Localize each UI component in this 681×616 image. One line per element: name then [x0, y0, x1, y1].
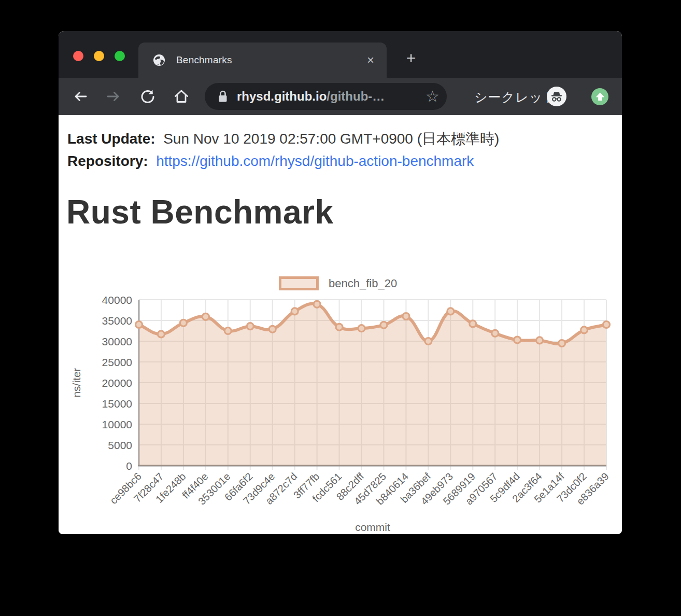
benchmark-line-chart: 0500010000150002000025000300003500040000…: [59, 286, 622, 534]
url-domain: rhysd.github.io: [237, 89, 327, 103]
data-point: [180, 319, 187, 326]
data-point: [492, 330, 499, 337]
data-point: [514, 337, 521, 343]
data-point: [291, 308, 298, 315]
y-axis-title: ns/iter: [70, 368, 82, 397]
x-axis-labels: ce98bc67f28c471fe248bff4f40e353001e66fa6…: [108, 470, 611, 507]
data-point: [536, 337, 543, 344]
data-point: [136, 321, 143, 328]
forward-arrow-icon: [106, 89, 121, 104]
incognito-mode-label: シークレット: [474, 89, 557, 106]
last-update-row: Last Update: Sun Nov 10 2019 02:57:00 GM…: [67, 128, 499, 150]
page-meta: Last Update: Sun Nov 10 2019 02:57:00 GM…: [67, 128, 499, 172]
forward-button[interactable]: [101, 83, 126, 109]
url-path: /github-…: [327, 89, 385, 103]
page-title: Rust Benchmark: [66, 193, 334, 231]
y-tick-label: 10000: [102, 418, 132, 430]
y-tick-label: 5000: [108, 439, 132, 451]
last-update-label: Last Update:: [67, 131, 155, 147]
y-tick-label: 0: [126, 460, 132, 472]
upload-arrow-icon: [594, 91, 606, 103]
y-axis-labels: 0500010000150002000025000300003500040000: [102, 294, 132, 472]
globe-favicon-icon: [153, 54, 165, 66]
data-point: [470, 320, 476, 327]
data-point: [158, 331, 164, 338]
browser-window: Benchmarks × +: [59, 31, 622, 534]
last-update-value: Sun Nov 10 2019 02:57:00 GMT+0900 (日本標準時…: [163, 131, 499, 147]
y-tick-label: 20000: [102, 377, 132, 389]
data-point: [403, 313, 409, 320]
data-point: [224, 328, 231, 334]
traffic-lights: [73, 51, 125, 61]
new-tab-button[interactable]: +: [402, 49, 420, 68]
tab-benchmarks[interactable]: Benchmarks ×: [138, 43, 387, 78]
repository-label: Repository:: [67, 153, 148, 169]
url-bar[interactable]: rhysd.github.io/github-… ☆: [205, 83, 447, 110]
x-axis-title: commit: [355, 521, 390, 533]
zoom-window-button[interactable]: [115, 51, 125, 61]
url-text: rhysd.github.io/github-…: [237, 89, 385, 104]
reload-button[interactable]: [135, 83, 161, 109]
bookmark-star-icon[interactable]: ☆: [425, 89, 439, 104]
tab-close-icon[interactable]: ×: [367, 54, 374, 66]
data-point: [202, 313, 209, 320]
reload-icon: [139, 88, 156, 105]
data-point: [447, 308, 454, 315]
data-point: [581, 327, 588, 333]
data-point: [336, 324, 343, 330]
repository-row: Repository: https://github.com/rhysd/git…: [67, 150, 499, 172]
minimize-window-button[interactable]: [94, 51, 104, 61]
browser-toolbar: rhysd.github.io/github-… ☆ シークレット: [59, 78, 622, 116]
data-point: [269, 326, 276, 332]
incognito-badge: [547, 87, 566, 106]
y-tick-label: 35000: [102, 315, 132, 327]
data-point: [247, 323, 253, 330]
lock-icon: [216, 89, 230, 104]
y-tick-label: 40000: [102, 294, 132, 306]
data-point: [314, 301, 320, 307]
back-button[interactable]: [67, 83, 93, 109]
y-tick-label: 15000: [102, 398, 132, 410]
data-point: [358, 325, 365, 332]
extension-button[interactable]: [591, 88, 608, 105]
y-tick-label: 25000: [102, 356, 132, 368]
back-arrow-icon: [73, 89, 88, 104]
close-window-button[interactable]: [73, 51, 83, 61]
data-point: [559, 340, 565, 347]
incognito-icon: [549, 89, 564, 104]
y-tick-label: 30000: [102, 335, 132, 347]
tab-title: Benchmarks: [176, 54, 232, 66]
data-point: [380, 321, 387, 328]
tab-strip: Benchmarks × +: [59, 31, 622, 78]
data-point: [603, 321, 610, 328]
home-icon: [173, 88, 190, 105]
repository-link[interactable]: https://github.com/rhysd/github-action-b…: [156, 153, 474, 169]
page-content: Last Update: Sun Nov 10 2019 02:57:00 GM…: [59, 115, 622, 534]
data-point: [425, 338, 432, 345]
home-button[interactable]: [168, 83, 194, 109]
